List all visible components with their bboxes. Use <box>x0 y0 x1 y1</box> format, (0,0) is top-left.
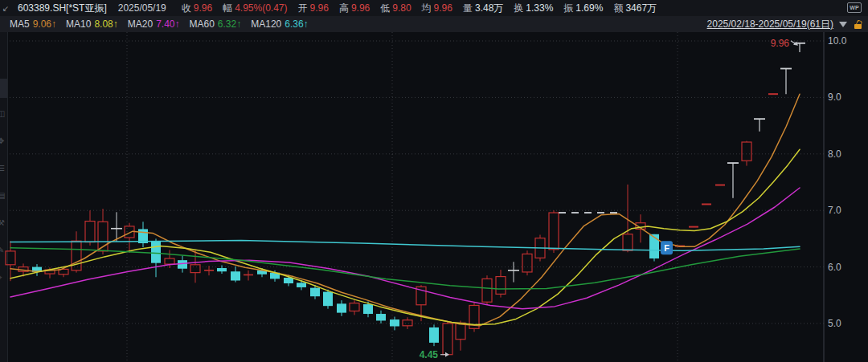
quote-field-value: 9.96 <box>310 2 329 14</box>
candle <box>443 322 452 355</box>
high-price-label: 9.96 <box>771 38 790 49</box>
candle <box>482 275 492 305</box>
ma-value: 8.08↑ <box>94 18 117 30</box>
quote-field: 收9.96 <box>182 2 212 15</box>
ma-legend-item: MA606.32↑ <box>189 18 241 30</box>
quote-field: 换1.33% <box>514 2 553 15</box>
wp-badge-icon[interactable]: WP <box>847 2 862 13</box>
chevron-down-icon[interactable] <box>839 22 847 27</box>
quote-fields: 收9.96幅4.95%(0.47)开9.96高9.96低9.80均9.96量3.… <box>171 2 657 15</box>
candle <box>32 264 42 276</box>
quote-field-label: 幅 <box>223 2 232 15</box>
candle <box>649 234 659 262</box>
candle <box>350 300 359 315</box>
quote-field-label: 开 <box>298 2 308 15</box>
unlock-icon[interactable] <box>854 19 863 30</box>
kline-chart[interactable]: 10.09.08.07.06.05.09.964.45F <box>0 32 868 362</box>
quote-field-label: 低 <box>380 2 390 15</box>
candle <box>469 303 479 332</box>
quote-header-bar: ↙ 603389.SH[*ST亚振] 2025/05/19 收9.96幅4.95… <box>0 0 868 16</box>
quote-field-value: 4.95%(0.47) <box>235 2 287 14</box>
quote-field: 开9.96 <box>298 2 329 15</box>
candle <box>508 262 519 282</box>
candle <box>244 270 253 281</box>
candle <box>376 311 386 323</box>
quote-field-label: 收 <box>182 2 191 15</box>
quote-field-value: 9.96 <box>434 2 452 14</box>
quote-field: 振1.69% <box>563 2 603 15</box>
low-arrow-head <box>445 352 449 357</box>
candle <box>217 265 227 274</box>
ma-value: 6.32↑ <box>218 18 241 30</box>
quote-field-value: 9.96 <box>351 2 370 14</box>
stock-chart-window: ↙ 603389.SH[*ST亚振] 2025/05/19 收9.96幅4.95… <box>0 0 868 362</box>
candle <box>549 210 559 253</box>
date-range-selector[interactable]: 2025/02/18-2025/05/19(61日) <box>707 18 833 31</box>
quote-field-label: 额 <box>613 2 623 15</box>
candle <box>72 231 81 272</box>
candle <box>429 324 439 346</box>
candle <box>623 185 633 252</box>
ma-legend-item: MA108.08↑ <box>66 18 118 30</box>
quote-field: 额3467万 <box>613 2 657 15</box>
y-axis-label: 8.0 <box>828 148 841 160</box>
quote-field-value: 3467万 <box>625 2 657 15</box>
candle <box>337 300 346 316</box>
y-axis-label: 7.0 <box>828 205 841 216</box>
candle <box>151 238 161 277</box>
quote-field-label: 量 <box>463 2 473 15</box>
quote-field-value: 9.80 <box>392 2 411 14</box>
quote-field: 量3.48万 <box>463 2 503 15</box>
candle <box>780 68 792 94</box>
y-axis-label: 5.0 <box>828 318 841 329</box>
ma-label: MA60 <box>189 18 214 30</box>
candle <box>727 163 739 198</box>
ma-line-ma5 <box>10 94 800 326</box>
ma-label: MA120 <box>251 18 281 30</box>
ma-legend-bar: MA59.06↑MA108.08↑MA207.40↑MA606.32↑MA120… <box>0 16 868 32</box>
quote-field-value: 1.69% <box>575 2 603 14</box>
ma-legend-item: MA59.06↑ <box>10 18 56 30</box>
ma-value: 6.36↑ <box>285 18 308 30</box>
candle <box>754 119 765 131</box>
candle <box>742 141 751 166</box>
candle <box>390 317 399 331</box>
candle <box>98 209 108 254</box>
quote-field-label: 高 <box>339 2 349 15</box>
candle <box>456 320 465 350</box>
candle <box>190 250 200 283</box>
cursor-icon: ↙ <box>2 4 14 13</box>
ma-line-ma20 <box>10 188 800 309</box>
quote-field: 低9.80 <box>380 2 411 15</box>
low-price-label: 4.45 <box>420 349 439 360</box>
ma-label: MA20 <box>128 18 153 30</box>
quote-date: 2025/05/19 <box>118 2 166 14</box>
candle <box>403 317 412 329</box>
quote-field-label: 均 <box>422 2 432 15</box>
quote-field: 幅4.95%(0.47) <box>223 2 287 15</box>
candle <box>496 270 506 297</box>
candle <box>522 250 532 275</box>
quote-field-value: 1.33% <box>526 2 553 14</box>
ma-legend-item: MA207.40↑ <box>128 18 180 30</box>
candle <box>231 266 240 283</box>
ma-label: MA5 <box>10 18 30 30</box>
quote-field-label: 换 <box>514 2 523 15</box>
event-flag-letter: F <box>664 243 669 253</box>
ma-legend-items: MA59.06↑MA108.08↑MA207.40↑MA606.32↑MA120… <box>0 18 309 30</box>
symbol-name: 603389.SH[*ST亚振] <box>18 2 107 15</box>
quote-field: 高9.96 <box>339 2 370 15</box>
quote-field-value: 3.48万 <box>475 2 503 15</box>
quote-field: 均9.96 <box>422 2 452 15</box>
ma-line-ma60 <box>10 248 800 289</box>
candle <box>138 222 148 247</box>
y-axis-label: 6.0 <box>828 262 841 273</box>
quote-field-label: 振 <box>563 2 573 15</box>
kline-chart-area[interactable]: 10.09.08.07.06.05.09.964.45F <box>0 32 868 362</box>
candle <box>125 223 134 253</box>
ma-value: 9.06↑ <box>33 18 56 30</box>
ma-label: MA10 <box>66 18 91 30</box>
candle <box>6 241 15 281</box>
quote-field-value: 9.96 <box>194 2 212 14</box>
ma-line-ma10 <box>10 149 800 324</box>
